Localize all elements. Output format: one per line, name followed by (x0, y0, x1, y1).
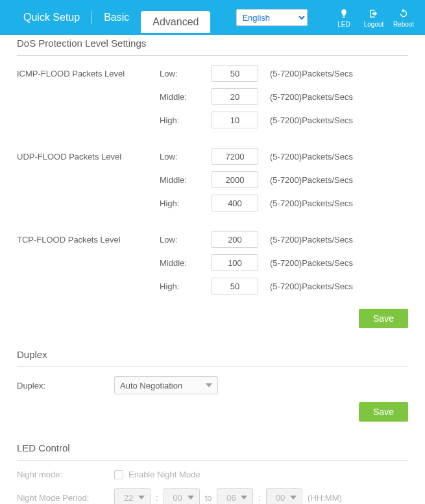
icmp-high-input[interactable] (212, 112, 258, 128)
icmp-group-label: ICMP-FLOOD Packets Level (17, 69, 153, 78)
reboot-action-label: Reboot (393, 21, 414, 28)
udp-high-hint: (5-7200)Packets/Secs (270, 198, 408, 208)
tcp-middle-input[interactable] (212, 254, 258, 271)
udp-middle-hint: (5-7200)Packets/Secs (270, 175, 408, 185)
tcp-group-label: TCP-FLOOD Packets Level (17, 235, 153, 245)
duplex-value: Auto Negotiation (120, 381, 206, 390)
nav-basic-label: Basic (104, 12, 129, 23)
led-section-title: LED Control (17, 438, 408, 457)
dos-save-button[interactable]: Save (359, 309, 408, 328)
led-action-label: LED (337, 21, 350, 28)
colon-1: : (156, 493, 158, 503)
nav-basic[interactable]: Basic (92, 8, 141, 27)
chevron-down-icon (206, 383, 212, 387)
tcp-low-label: Low: (160, 235, 205, 245)
end-hour-value: 06 (223, 493, 241, 503)
tcp-middle-hint: (5-7200)Packets/Secs (270, 258, 408, 268)
icmp-low-hint: (5-7200)Packets/Secs (270, 69, 408, 78)
duplex-label: Duplex: (17, 381, 114, 390)
logout-action[interactable]: Logout (359, 8, 389, 28)
icmp-high-hint: (5-7200)Packets/Secs (270, 115, 408, 125)
icmp-middle-hint: (5-7200)Packets/Secs (270, 92, 408, 102)
icmp-middle-label: Middle: (160, 92, 205, 102)
chevron-down-icon (188, 496, 194, 499)
logout-action-label: Logout (364, 21, 384, 28)
end-min-value: 00 (272, 493, 290, 503)
udp-middle-input[interactable] (212, 171, 258, 188)
chevron-down-icon (241, 496, 247, 499)
udp-group-label: UDP-FLOOD Packets Level (17, 152, 153, 162)
tcp-low-input[interactable] (212, 231, 258, 248)
start-hour-select[interactable]: 22 (114, 488, 151, 504)
night-mode-enable-label: Enable Night Mode (128, 470, 200, 479)
icmp-high-label: High: (160, 115, 205, 125)
duplex-divider (17, 366, 408, 367)
logout-icon (368, 8, 380, 19)
chevron-down-icon (138, 496, 145, 499)
icmp-low-label: Low: (160, 69, 205, 78)
dos-divider (17, 55, 408, 56)
tcp-high-input[interactable] (212, 278, 258, 294)
night-mode-toggle[interactable]: Enable Night Mode (114, 470, 408, 479)
duplex-save-button[interactable]: Save (359, 402, 408, 422)
icmp-middle-input[interactable] (212, 88, 258, 105)
checkbox-icon (114, 470, 123, 479)
udp-low-hint: (5-7200)Packets/Secs (270, 152, 408, 162)
top-actions: LED Logout Reboot (329, 8, 425, 28)
tcp-middle-label: Middle: (160, 258, 205, 268)
night-mode-label: Night mode: (17, 470, 114, 479)
night-period-row: 22 : 00 to 06 (114, 488, 408, 504)
duplex-select[interactable]: Auto Negotiation (114, 376, 218, 394)
dos-grid: ICMP-FLOOD Packets Level Low: (5-7200)Pa… (17, 65, 408, 301)
start-min-select[interactable]: 00 (164, 488, 200, 504)
nav-quick-setup[interactable]: Quick Setup (12, 8, 91, 27)
udp-low-input[interactable] (212, 148, 258, 165)
dos-section-title: DoS Protection Level Settings (17, 35, 408, 53)
top-bar: Quick Setup Basic Advanced English LED L… (0, 0, 425, 35)
end-hour-select[interactable]: 06 (217, 488, 253, 504)
udp-middle-label: Middle: (160, 175, 205, 185)
nav-quick-setup-label: Quick Setup (23, 12, 80, 23)
reboot-icon (398, 8, 409, 19)
nav-advanced[interactable]: Advanced (141, 11, 210, 33)
night-period-label: Night Mode Period: (17, 493, 114, 503)
nav-advanced-label: Advanced (152, 16, 199, 28)
start-hour-value: 22 (120, 493, 138, 503)
led-divider (17, 460, 408, 461)
led-icon (338, 8, 350, 19)
udp-high-label: High: (160, 198, 205, 208)
udp-high-input[interactable] (212, 195, 258, 211)
tcp-low-hint: (5-7200)Packets/Secs (270, 235, 408, 245)
language-select[interactable]: English (236, 9, 308, 26)
udp-low-label: Low: (160, 152, 205, 162)
hhmm-label: (HH:MM) (308, 493, 342, 503)
start-min-value: 00 (169, 493, 188, 503)
to-label: to (205, 493, 212, 503)
led-action[interactable]: LED (329, 8, 359, 28)
duplex-row: Duplex: Auto Negotiation (17, 376, 408, 394)
reboot-action[interactable]: Reboot (389, 8, 419, 28)
duplex-section-title: Duplex (17, 345, 408, 364)
tcp-high-hint: (5-7200)Packets/Secs (270, 282, 408, 291)
icmp-low-input[interactable] (212, 65, 258, 82)
end-min-select[interactable]: 00 (266, 488, 302, 504)
tcp-high-label: High: (160, 282, 205, 291)
colon-2: : (258, 493, 261, 503)
chevron-down-icon (290, 496, 297, 499)
